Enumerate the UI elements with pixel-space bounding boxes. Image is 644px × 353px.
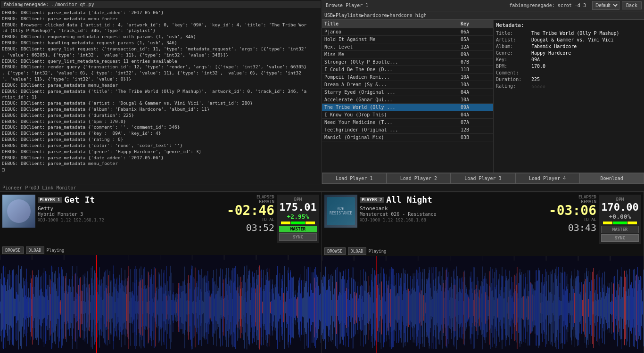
load-player4-button[interactable]: Load Player 4 [515,173,580,184]
svg-rect-987 [459,279,460,337]
table-row[interactable]: Starry Eyed (Original ...04A [322,89,493,96]
svg-rect-151 [71,293,71,322]
download-button[interactable]: Download [579,173,644,184]
svg-rect-1008 [469,290,470,327]
svg-rect-747 [346,283,347,333]
svg-rect-465 [218,288,219,327]
default-select[interactable]: Default [592,1,619,10]
svg-rect-434 [204,279,204,337]
player2-sync-btn[interactable]: SYNC [601,234,639,242]
svg-rect-114 [53,282,54,332]
table-row[interactable]: Manicl (Original Mix)03B [322,134,493,141]
svg-rect-405 [190,275,190,340]
svg-rect-527 [248,291,248,325]
player1-master-btn[interactable]: MASTER [279,226,317,232]
table-row[interactable]: Teethgrinder (Original ...12B [322,126,493,134]
svg-rect-493 [231,271,232,345]
svg-rect-503 [236,291,237,325]
svg-rect-1332 [621,277,622,339]
svg-rect-509 [239,296,239,319]
svg-rect-773 [358,299,359,318]
svg-rect-1079 [502,277,503,340]
svg-rect-546 [256,270,257,345]
svg-rect-1357 [633,270,634,346]
svg-rect-279 [131,298,132,318]
table-row[interactable]: Miss Me09A [322,51,493,58]
svg-rect-1029 [479,289,479,327]
meta-key-row: Key: 09A [496,57,642,62]
svg-rect-1346 [628,288,628,328]
svg-rect-1167 [544,282,544,334]
svg-rect-467 [219,277,220,338]
svg-rect-750 [347,280,348,336]
svg-rect-1040 [484,279,484,337]
svg-rect-858 [398,273,399,343]
load-player3-button[interactable]: Load Player 3 [451,173,515,184]
svg-rect-1320 [616,290,616,327]
table-row[interactable]: Hold It Against Me05A [322,36,493,43]
svg-rect-1277 [595,290,596,326]
svg-rect-486 [228,268,229,347]
svg-rect-390 [183,291,183,324]
svg-rect-845 [392,269,393,348]
svg-rect-1359 [634,269,635,347]
player2-top: 026RESISTANCE PLAYER 2 All Night Stoneba… [322,192,644,246]
table-row[interactable]: Stronger (Olly P Bootle...07B [322,58,493,66]
table-row[interactable]: I Could Be The One (D...11B [322,66,493,74]
svg-rect-179 [84,284,84,331]
svg-rect-1323 [617,270,618,346]
svg-rect-1352 [631,291,631,325]
svg-rect-590 [277,266,278,349]
svg-rect-286 [134,269,135,346]
svg-rect-1152 [537,281,537,335]
table-row[interactable]: I Know You (Drop This)04A [322,111,493,119]
svg-rect-955 [444,298,445,318]
player1-sync-btn[interactable]: SYNC [279,233,317,241]
svg-rect-421 [198,287,198,328]
svg-rect-301 [141,288,142,327]
svg-rect-726 [336,282,337,334]
svg-rect-1275 [594,293,595,323]
svg-rect-1290 [602,278,602,338]
load-player2-button[interactable]: Load Player 2 [387,173,451,184]
svg-rect-1101 [512,282,513,334]
svg-rect-647 [304,287,305,328]
table-row[interactable]: Pjanoo06A [322,28,493,36]
player1-browse-btn[interactable]: BROWSE [2,246,24,254]
table-row[interactable]: Accelerate (Ganar Qui...10A [322,96,493,104]
svg-rect-21 [9,270,10,345]
svg-rect-322 [151,269,152,346]
svg-rect-737 [341,279,342,337]
table-row[interactable]: Next Level12A [322,43,493,51]
svg-rect-643 [302,298,303,316]
svg-rect-1061 [494,300,494,316]
svg-rect-827 [384,272,384,344]
svg-rect-172 [81,291,81,325]
player2-master-btn[interactable]: MASTER [601,226,639,233]
player2-dload-btn[interactable]: DLOAD [348,247,366,255]
table-row[interactable]: Dream A Dream (Sy &...10A [322,81,493,89]
svg-rect-587 [276,300,276,315]
table-row[interactable]: Need Your Medicine (T...07A [322,119,493,126]
svg-rect-15 [7,282,7,333]
svg-rect-979 [455,299,456,317]
svg-rect-904 [420,294,421,321]
track-title: Stronger (Olly P Bootle... [322,58,458,66]
track-title: I Know You (Drop This) [322,111,458,119]
track-scroll [487,51,493,58]
svg-rect-433 [203,302,204,313]
svg-rect-33 [15,299,16,316]
table-row[interactable]: Pompeii (Audien Remi...10A [322,74,493,81]
player2-browse-btn[interactable]: BROWSE [324,247,346,255]
back-button[interactable]: Back [622,1,642,9]
table-row[interactable]: The Tribe World (Olly ...09A [322,104,493,111]
load-player1-button[interactable]: Load Player 1 [322,173,387,184]
svg-rect-411 [193,277,193,338]
player1-dload-btn[interactable]: DLOAD [26,246,44,254]
svg-rect-969 [451,297,451,319]
svg-rect-823 [382,298,382,318]
svg-rect-1187 [553,283,553,334]
svg-rect-711 [329,279,330,337]
svg-rect-1148 [535,282,535,334]
svg-rect-993 [462,277,462,339]
